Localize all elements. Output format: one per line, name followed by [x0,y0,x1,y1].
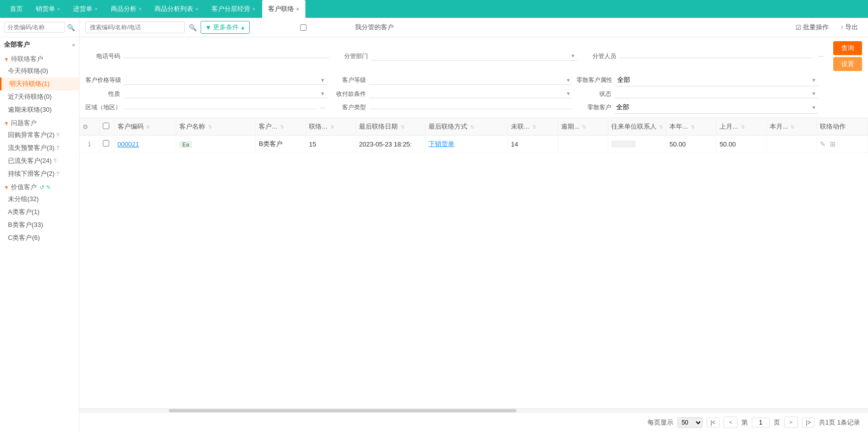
edit-icon[interactable]: ✎ [46,184,51,191]
price-level-label: 客户价格等级 [85,76,121,84]
region-input[interactable] [124,106,315,109]
phone-input[interactable] [123,55,329,58]
gear-icon[interactable]: ⚙ [82,123,88,131]
search-icon[interactable]: 🔍 [189,24,197,31]
status-select[interactable]: ▼ [614,89,818,98]
sort-icon[interactable]: ⇅ [741,124,745,130]
close-icon[interactable]: × [57,6,60,12]
last-page-button[interactable]: |> [802,418,815,428]
nature-select[interactable]: ▼ [123,89,327,98]
table-row: 1 000021 Ea B类客户 15 2023-05-23 18:25: [79,136,868,153]
sidebar-item-overdue[interactable]: 逾期未联络(30) [0,103,79,116]
more-filter-button[interactable]: ▼ 更多条件 ▲ [201,21,250,34]
nav-sales[interactable]: 销货单 × [30,0,66,18]
sort-icon[interactable]: ⇅ [146,124,150,130]
filter-actions: 查询 设置 [833,41,862,71]
nav-product-analysis-list[interactable]: 商品分析列表 × [148,0,204,18]
sidebar-item-abnormal[interactable]: 回购异常客户(2) ? [0,129,79,142]
price-level-select[interactable]: ▼ [124,76,327,85]
batch-op-button[interactable]: ☑ 批量操作 [792,21,833,33]
nav-purchase[interactable]: 进货单 × [67,0,103,18]
all-customers-header[interactable]: 全部客户 « [0,37,79,52]
sidebar-search-icon[interactable]: 🔍 [67,24,75,31]
per-page-select[interactable]: 50 20 100 [677,417,703,428]
first-page-button[interactable]: |< [707,418,720,428]
nav-customer-contact[interactable]: 客户联络 × [262,0,305,18]
retail-attr-select[interactable]: 全部 ▼ [615,74,818,86]
query-button[interactable]: 查询 [833,41,862,55]
sidebar-item-7days[interactable]: 近7天待联络(0) [0,90,79,103]
cell-code: 000021 [114,136,176,153]
horizontal-scrollbar[interactable] [79,408,868,412]
nav-customer-tier[interactable]: 客户分层经营 × [206,0,261,18]
help-icon[interactable]: ? [56,132,59,138]
sidebar-item-declining[interactable]: 持续下滑客户(2) ? [0,167,79,180]
sidebar-item-b-class[interactable]: B类客户(33) [0,218,79,231]
cust-type-select[interactable] [369,106,573,109]
customer-code-link[interactable]: 000021 [118,141,139,148]
close-icon[interactable]: × [94,6,97,12]
page-suffix-label: 页 [774,418,780,427]
sort-icon[interactable]: ⇅ [532,124,536,130]
sort-icon[interactable]: ⇅ [208,124,212,130]
cell-seq: 1 [79,136,99,153]
next-page-button[interactable]: ＞ [784,417,798,428]
sort-icon[interactable]: ⇅ [330,124,334,130]
page-input[interactable] [752,418,770,428]
export-button[interactable]: ↑ 导出 [837,21,863,33]
sidebar-item-c-class[interactable]: C类客户(6) [0,231,79,244]
retail-cust-filter-cell: 零散客户 全部 ▼ [577,101,818,114]
batch-icon: ☑ [796,24,801,31]
sidebar-item-today[interactable]: 今天待联络(0) [0,65,79,77]
sidebar-item-a-class[interactable]: A类客户(1) [0,206,79,218]
sort-icon[interactable]: ⇅ [691,124,695,130]
sidebar-item-churn-warning[interactable]: 流失预警客户(3) ? [0,142,79,154]
my-customer-check-input[interactable] [254,24,353,31]
sidebar-item-churned[interactable]: 已流失客户(24) ? [0,154,79,167]
search-input[interactable] [85,21,185,33]
page-label: 第 [741,418,748,427]
ellipsis-button[interactable]: ··· [318,104,327,111]
sort-icon[interactable]: ⇅ [582,124,586,130]
set-button[interactable]: 设置 [833,57,862,71]
total-label: 共1页 1条记录 [819,418,860,427]
help-icon[interactable]: ? [53,158,56,164]
help-icon[interactable]: ? [56,171,59,177]
action-icons: ✎ ⊞ [820,140,865,148]
close-icon[interactable]: × [296,6,299,12]
row-checkbox[interactable] [103,140,109,146]
person-input[interactable] [619,55,813,58]
sort-icon[interactable]: ⇅ [401,124,405,130]
sort-icon[interactable]: ⇅ [659,124,663,130]
triangle-icon: ▼ [4,57,9,62]
top-nav: 首页 销货单 × 进货单 × 商品分析 × 商品分析列表 × 客户分层经营 × … [0,0,868,18]
col-uncontacted: 未联... ⇅ [508,118,558,136]
close-icon[interactable]: × [195,6,198,12]
content-area: 🔍 ▼ 更多条件 ▲ 我分管的客户 ☑ 批量操作 ↑ 导出 [79,18,868,432]
prev-page-button[interactable]: ＜ [723,417,737,428]
close-icon[interactable]: × [252,6,255,12]
edit-action-icon[interactable]: ✎ [820,140,826,148]
help-icon[interactable]: ? [56,145,59,151]
sort-icon[interactable]: ⇅ [791,124,795,130]
last-method-link[interactable]: 下销货单 [429,140,454,147]
nav-product-analysis[interactable]: 商品分析 × [105,0,147,18]
grid-action-icon[interactable]: ⊞ [830,140,836,148]
nav-home[interactable]: 首页 [4,0,29,18]
ellipsis-button[interactable]: ··· [816,53,825,60]
sidebar-item-ungrouped[interactable]: 未分组(32) [0,193,79,206]
sidebar-item-tomorrow[interactable]: 明天待联络(1) [0,77,79,90]
close-icon[interactable]: × [139,6,142,12]
sidebar-search-input[interactable] [4,22,65,33]
refresh-icon[interactable]: ↺ [40,184,44,191]
retail-cust-select[interactable]: 全部 ▼ [614,101,818,114]
dept-filter-cell: 分管部门 ▼ [333,52,577,61]
cust-level-select[interactable]: ▼ [369,76,573,85]
scrollbar-thumb[interactable] [169,409,516,412]
payment-select[interactable]: ▼ [369,89,573,98]
sort-icon[interactable]: ⇅ [280,124,284,130]
select-all-checkbox[interactable] [103,123,109,129]
dept-select[interactable]: ▼ [371,52,577,61]
my-customer-checkbox[interactable]: 我分管的客户 [254,23,394,32]
sort-icon[interactable]: ⇅ [470,124,474,130]
